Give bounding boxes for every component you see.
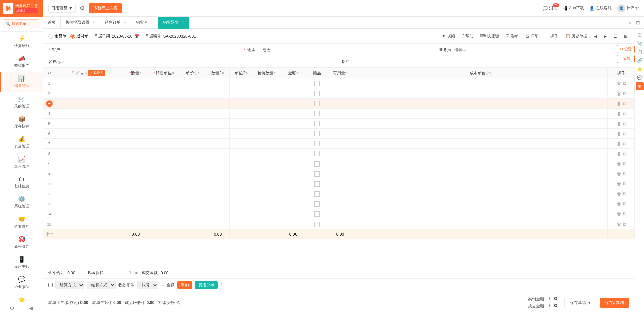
sidebar-item-wechat[interactable]: 💬 企业微信 — [0, 272, 43, 293]
unit2-cell[interactable] — [230, 169, 253, 179]
available-cell[interactable] — [327, 109, 354, 119]
unit2-cell[interactable] — [230, 129, 253, 139]
right-sidebar-btn-2[interactable]: 📎 — [636, 39, 644, 47]
fee-split-btn[interactable]: 费用分摊 — [195, 281, 218, 289]
app-download-button[interactable]: 📲 App下载 — [562, 5, 584, 11]
address-input[interactable] — [66, 58, 330, 65]
gift-checkbox[interactable] — [314, 81, 320, 86]
sales-unit-cell[interactable] — [149, 169, 179, 179]
sidebar-item-newbie[interactable]: 🎯 新手引导 — [0, 232, 43, 252]
pack-qty-cell[interactable] — [253, 99, 280, 109]
tab-close-sales-order[interactable]: ✕ — [123, 21, 126, 24]
available-cell[interactable] — [327, 209, 354, 219]
gift-cell[interactable] — [307, 179, 327, 189]
cost-unit-cell[interactable] — [354, 199, 608, 209]
quantity-cell[interactable] — [122, 78, 149, 88]
sales-unit-cell[interactable] — [149, 129, 179, 139]
quantity-cell[interactable] — [122, 179, 149, 189]
right-sidebar-btn-4[interactable]: 🔗 — [636, 56, 644, 64]
tab-close-sales[interactable]: ✕ — [151, 21, 153, 24]
select-btn[interactable]: ☑ 选单 — [504, 32, 521, 40]
unit-price-cell[interactable] — [179, 78, 206, 88]
right-sidebar-btn-5[interactable]: ⭐ — [636, 65, 644, 73]
fee-split-help-icon[interactable]: ? — [220, 282, 223, 287]
delete-row-icon[interactable]: 🗑 — [616, 222, 621, 227]
unit-price-cell[interactable] — [179, 159, 206, 169]
gift-cell[interactable] — [307, 209, 327, 219]
amount-cell[interactable] — [280, 159, 307, 169]
copy-row-icon[interactable]: ⧉ — [623, 211, 626, 217]
right-sidebar-btn-3[interactable]: 📋 — [636, 48, 644, 56]
warehouse-more-icon[interactable]: ··· — [273, 47, 277, 53]
gift-cell[interactable] — [307, 139, 327, 149]
amount-cell[interactable] — [280, 219, 307, 229]
unit2-cell[interactable] — [230, 88, 253, 99]
pack-qty-cell[interactable] — [253, 149, 280, 159]
sales-unit-cell[interactable] — [149, 149, 179, 159]
pack-qty-cell[interactable] — [253, 139, 280, 149]
quantity2-cell[interactable] — [206, 88, 230, 99]
gift-cell[interactable] — [307, 169, 327, 179]
delete-row-icon[interactable]: 🗑 — [616, 201, 621, 207]
unit2-cell[interactable] — [230, 199, 253, 209]
available-cell[interactable] — [327, 78, 354, 88]
customer-input[interactable] — [67, 46, 232, 53]
calendar-icon[interactable]: 📅 — [135, 34, 140, 39]
gift-cell[interactable] — [307, 119, 327, 129]
copy-row-icon[interactable]: ⧉ — [623, 191, 626, 197]
history-btn[interactable]: 📋 历史单据 — [563, 32, 589, 40]
quantity-cell[interactable] — [122, 119, 149, 129]
note-input[interactable] — [357, 58, 629, 65]
sales-unit-cell[interactable] — [149, 119, 179, 129]
unit2-cell[interactable] — [230, 139, 253, 149]
gift-checkbox[interactable] — [314, 171, 320, 177]
available-cell[interactable] — [327, 189, 354, 199]
gift-checkbox[interactable] — [314, 222, 320, 227]
unit-price-cell[interactable] — [179, 88, 206, 99]
gift-cell[interactable] — [307, 149, 327, 159]
copy-row-icon[interactable]: ⧉ — [623, 151, 626, 156]
copy-row-icon[interactable]: ⧉ — [623, 171, 626, 177]
quantity2-cell[interactable] — [206, 169, 230, 179]
quantity-cell[interactable] — [122, 219, 149, 229]
delete-row-icon[interactable]: 🗑 — [616, 141, 621, 146]
tab-sales-return[interactable]: 销货退货 ✕ — [158, 17, 190, 29]
gift-cell[interactable] — [307, 109, 327, 119]
cost-unit-cell[interactable] — [354, 129, 608, 139]
gift-checkbox[interactable] — [314, 131, 320, 136]
cost-unit-cell[interactable] — [354, 119, 608, 129]
amount-cell[interactable] — [280, 99, 307, 109]
experience-button[interactable]: 体验行业方案 — [89, 3, 122, 13]
quantity-cell[interactable] — [122, 88, 149, 99]
cost-unit-cell[interactable] — [354, 139, 608, 149]
video-btn[interactable]: ▶ 视频 — [440, 32, 457, 40]
unit-price-cell[interactable] — [179, 149, 206, 159]
pack-qty-cell[interactable] — [253, 209, 280, 219]
settings-gear-icon[interactable]: ⚙ — [80, 5, 85, 11]
tab-grid-icon[interactable]: ⊞ — [635, 19, 641, 26]
gift-checkbox[interactable] — [314, 191, 320, 197]
pack-qty-cell[interactable] — [253, 109, 280, 119]
delete-row-icon[interactable]: 🗑 — [616, 161, 621, 167]
copy-row-icon[interactable]: ⧉ — [623, 80, 626, 86]
quantity2-cell[interactable] — [206, 109, 230, 119]
copy-row-icon[interactable]: ⧉ — [623, 201, 626, 207]
unit2-cell[interactable] — [230, 149, 253, 159]
copy-row-icon[interactable]: ⧉ — [623, 101, 626, 106]
save-draft-button[interactable]: 保存草稿 ▼ — [564, 298, 597, 308]
amount-cell[interactable] — [280, 169, 307, 179]
available-cell[interactable] — [327, 119, 354, 129]
tab-close-all-icon[interactable]: ✕ — [627, 19, 633, 26]
tab-sales-order[interactable]: 销售订单 ✕ — [100, 17, 131, 29]
tab-price-settings[interactable]: 售价提取设置 ✕ — [61, 17, 100, 29]
salesperson-input[interactable] — [454, 46, 623, 53]
radio-return[interactable]: 退货单 — [70, 33, 89, 39]
delete-row-icon[interactable]: 🗑 — [616, 91, 621, 96]
cost-unit-cell[interactable] — [354, 159, 608, 169]
quantity2-cell[interactable] — [206, 129, 230, 139]
quantity-cell[interactable] — [122, 129, 149, 139]
pack-qty-cell[interactable] — [253, 129, 280, 139]
quantity-cell[interactable] — [122, 139, 149, 149]
copy-row-icon[interactable]: ⧉ — [623, 221, 626, 227]
amount-cell[interactable] — [280, 189, 307, 199]
